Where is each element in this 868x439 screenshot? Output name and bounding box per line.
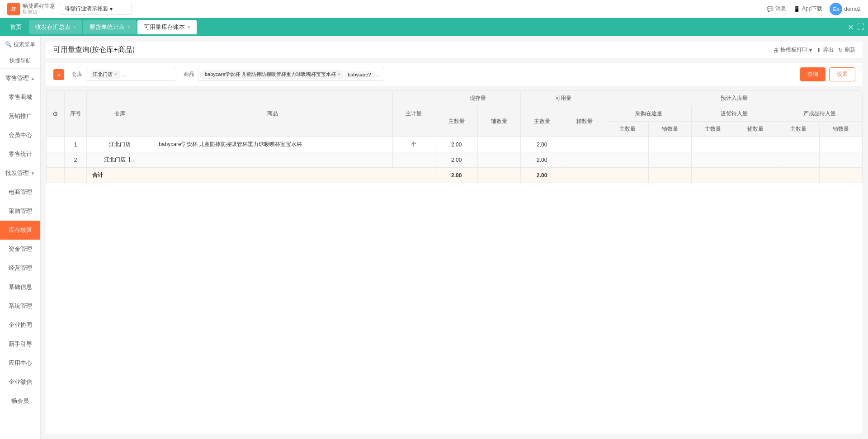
app-download-button[interactable]: 📱 App下载 xyxy=(793,5,822,13)
sidebar-item-vip-member-label: 畅会员 xyxy=(11,397,29,405)
sidebar-item-retail-mgmt-label: 零售管理 xyxy=(5,74,29,82)
template-label: 标准版 xyxy=(23,9,55,15)
th-pur-transit-main: 主数量 xyxy=(606,122,648,137)
row1-available-main: 2.00 xyxy=(520,137,563,152)
th-purchase-transit-group: 采购在途量 xyxy=(606,106,691,122)
product-filter-group: 商品 babycare学饮杯 儿童防摔防撞吸管杯重力球吸嘴杯宝宝水杯 × bab… xyxy=(184,68,384,81)
sidebar-item-system-label: 系统管理 xyxy=(9,302,32,310)
sidebar-item-purchase-mgmt-label: 采购管理 xyxy=(9,207,32,215)
close-window-icon[interactable]: ✕ xyxy=(848,23,854,32)
tab-home[interactable]: 首页 xyxy=(4,20,28,34)
th-available-main: 主数量 xyxy=(520,106,563,137)
th-incoming-pending-group: 进货待入量 xyxy=(691,106,777,122)
product-input[interactable]: babycare学饮杯 儿童防摔防撞吸管杯重力球吸嘴杯宝宝水杯 × babyca… xyxy=(198,68,384,81)
company-name: 母婴行业演示账套 xyxy=(65,5,108,13)
row1-settings xyxy=(47,137,65,152)
warehouse-more[interactable]: ... xyxy=(122,71,126,78)
sidebar-item-purchase-mgmt[interactable]: 采购管理 xyxy=(0,202,40,221)
data-table: ⚙ 序号 仓库 商品 主计量 xyxy=(46,90,863,183)
row2-pur-transit-aux xyxy=(649,152,691,168)
template-print-button[interactable]: 🖨 按模板打印 ▾ xyxy=(773,46,812,54)
tab-receipt-summary-close[interactable]: × xyxy=(73,25,76,30)
row1-no: 1 xyxy=(65,137,87,152)
sidebar-item-system[interactable]: 系统管理 xyxy=(0,297,40,316)
sidebar-item-marketing[interactable]: 营销推广 xyxy=(0,107,40,126)
sidebar-item-retail-stats[interactable]: 零售统计 xyxy=(0,145,40,164)
sidebar-item-ecommerce-label: 电商管理 xyxy=(9,188,32,196)
sidebar-item-operations-label: 经营管理 xyxy=(9,264,32,272)
row1-warehouse: 江北门店 xyxy=(87,137,153,152)
company-selector[interactable]: 母婴行业演示账套 ▾ xyxy=(60,3,132,15)
export-button[interactable]: ⬆ 导出 xyxy=(816,46,834,54)
th-product: 商品 xyxy=(153,91,392,137)
sidebar-item-enterprise-collab[interactable]: 企业协同 xyxy=(0,316,40,335)
product-label: 商品 xyxy=(184,71,194,78)
sidebar-item-ecommerce[interactable]: 电商管理 xyxy=(0,183,40,202)
sidebar-item-wholesale-mgmt[interactable]: 批发管理 ▼ xyxy=(0,164,40,183)
sidebar-item-basic-info[interactable]: 基础信息 xyxy=(0,278,40,297)
total-label: 合计 xyxy=(87,168,435,183)
total-settings xyxy=(47,168,65,183)
sidebar-item-new-guide[interactable]: 新手引导 xyxy=(0,335,40,354)
th-product-pending-main: 主数量 xyxy=(777,122,819,137)
tab-receipt-summary[interactable]: 收发存汇总表 × xyxy=(29,20,82,34)
product-more[interactable]: ... xyxy=(376,71,380,78)
th-product-pending-group: 产成品待入量 xyxy=(777,106,862,122)
query-button[interactable]: 查询 xyxy=(800,67,826,81)
tab-order-stats[interactable]: 要货单统计表 × xyxy=(83,20,137,34)
tab-order-stats-close[interactable]: × xyxy=(127,25,130,30)
sidebar-item-retail-mgmt[interactable]: 零售管理 ▲ xyxy=(0,69,40,88)
filter-bar: » 仓库 江北门店 × ... 商品 babycare学饮杯 儿童防摔防撞吸管杯… xyxy=(46,63,863,86)
nav-tabs: 首页 收发存汇总表 × 要货单统计表 × 可用量库存账本 × ✕ ⛶ xyxy=(0,18,868,36)
total-available-aux xyxy=(563,168,606,183)
app-download-label: App下载 xyxy=(802,5,822,13)
app-icon: 📱 xyxy=(793,6,800,12)
sidebar-item-inventory-label: 库存核算 xyxy=(9,226,32,234)
refresh-button[interactable]: ↻ 刷新 xyxy=(838,46,855,54)
row1-available-aux xyxy=(563,137,606,152)
total-incoming-aux xyxy=(734,168,777,183)
settings-button[interactable]: 设置 xyxy=(829,67,855,81)
user-name: demo2 xyxy=(844,6,861,12)
sidebar-item-finance[interactable]: 资金管理 xyxy=(0,240,40,259)
expand-icon: » xyxy=(57,71,61,78)
content-area: 可用量查询(按仓库+商品) 🖨 按模板打印 ▾ ⬆ 导出 ↻ 刷新 xyxy=(41,36,868,439)
total-current-aux xyxy=(478,168,520,183)
sidebar: 🔍 搜索菜单 快捷导航 零售管理 ▲ 零售商城 营销推广 会员中心 零售统计 批… xyxy=(0,36,41,439)
tab-available-stock-close[interactable]: × xyxy=(188,25,190,30)
sidebar-item-operations[interactable]: 经营管理 xyxy=(0,259,40,278)
product-tag-remove[interactable]: × xyxy=(338,72,340,77)
th-incoming-main: 主数量 xyxy=(691,122,734,137)
tab-available-stock[interactable]: 可用量库存账本 × xyxy=(137,20,197,34)
fullscreen-icon[interactable]: ⛶ xyxy=(857,23,864,32)
row1-current-main: 2.00 xyxy=(435,137,478,152)
sidebar-item-inventory[interactable]: 库存核算 xyxy=(0,221,40,240)
sidebar-item-app-center[interactable]: 应用中心 xyxy=(0,354,40,373)
refresh-icon: ↻ xyxy=(838,47,843,53)
sidebar-item-member-center-label: 会员中心 xyxy=(9,131,32,139)
chevron-down-icon-wholesale: ▼ xyxy=(31,171,35,176)
sidebar-search[interactable]: 🔍 搜索菜单 xyxy=(0,36,40,53)
warehouse-tag-remove[interactable]: × xyxy=(114,72,117,77)
sidebar-item-member-center[interactable]: 会员中心 xyxy=(0,126,40,145)
gear-icon[interactable]: ⚙ xyxy=(52,110,58,118)
sidebar-item-retail-stats-label: 零售统计 xyxy=(9,150,32,158)
sidebar-item-enterprise-wechat-label: 企业微信 xyxy=(9,378,32,386)
filter-expand-button[interactable]: » xyxy=(53,69,64,80)
sidebar-item-enterprise-wechat[interactable]: 企业微信 xyxy=(0,373,40,392)
product-tag-babycare2: babycare? xyxy=(345,71,373,78)
total-available-main: 2.00 xyxy=(520,168,563,183)
th-planned-inbound-group: 预计入库量 xyxy=(606,91,862,106)
warehouse-input[interactable]: 江北门店 × ... xyxy=(86,68,176,81)
messages-button[interactable]: 💬 消息 xyxy=(767,5,786,13)
row2-incoming-aux xyxy=(734,152,777,168)
user-menu[interactable]: Ea demo2 xyxy=(830,3,861,15)
tab-home-label: 首页 xyxy=(10,23,22,31)
avatar: Ea xyxy=(830,3,842,15)
row2-no: 2 xyxy=(65,152,87,168)
sidebar-item-vip-member[interactable]: 畅会员 xyxy=(0,392,40,411)
sidebar-quick-nav[interactable]: 快捷导航 xyxy=(0,53,40,69)
row1-incoming-aux xyxy=(734,137,777,152)
row2-settings xyxy=(47,152,65,168)
sidebar-item-retail-mall[interactable]: 零售商城 xyxy=(0,88,40,107)
